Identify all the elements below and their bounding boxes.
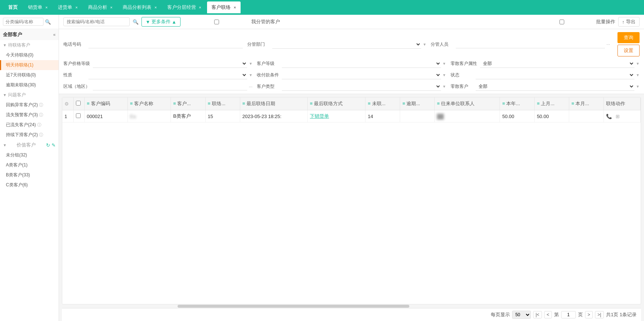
value-refresh-icon[interactable]: ↻ (46, 142, 50, 148)
query-btn[interactable]: 查询 (617, 32, 640, 43)
sidebar-search-input[interactable] (3, 18, 43, 26)
manager-input[interactable] (456, 41, 605, 48)
nav-goods-analysis-list[interactable]: 商品分析列表 × (118, 1, 161, 13)
col-settings[interactable]: ⚙ (62, 97, 73, 110)
sidebar-item-overdue[interactable]: 逾期未联络(30) (0, 80, 59, 90)
more-conditions-btn[interactable]: ▼ 更多条件 ▲ (141, 17, 181, 27)
sort-icon-name[interactable]: ≡ (130, 101, 133, 106)
per-page-label: 每页显示 (491, 311, 510, 318)
sort-icon-unit[interactable]: ≡ (437, 101, 440, 106)
reset-btn[interactable]: 设置 (617, 45, 640, 56)
export-btn[interactable]: ↑ 导出 (618, 17, 640, 27)
price-grade-select[interactable] (93, 59, 247, 68)
batch-action-check[interactable]: 批量操作 (529, 18, 615, 25)
nav-purchase-label: 进货单 (58, 4, 72, 11)
price-grade-icon: ▼ (249, 62, 252, 66)
group-value-customers: 价值客户 ↻ ✎ (0, 140, 59, 150)
filter-field-customer-type: 客户类型 ▼ (257, 82, 446, 91)
sort-icon-month[interactable]: ≡ (571, 101, 574, 106)
filter-row-4: 区域（地区） ··· 客户类型 ▼ 零散客户 全部 ▼ (63, 82, 640, 91)
sort-icon-method[interactable]: ≡ (310, 101, 313, 106)
nav-goods-analysis[interactable]: 商品分析 × (84, 1, 117, 13)
main-layout: 🔍 全部客户 « 待联络客户 今天待联络(0) 明天待联络(1) 近7天待联络(… (0, 15, 644, 321)
sidebar-item-lost[interactable]: 已流失客户(24) ⓘ (0, 120, 59, 130)
nav-sales[interactable]: 销货单 × (24, 1, 52, 13)
nature-select[interactable] (88, 71, 247, 79)
sidebar-item-declining[interactable]: 持续下滑客户(2) ⓘ (0, 130, 59, 140)
all-customers-header[interactable]: 全部客户 « (0, 29, 59, 40)
nav-goods-analysis-label: 商品分析 (88, 4, 107, 11)
my-customers-check[interactable]: 我分管的客户 (183, 18, 280, 25)
action-phone-icon[interactable]: 📞 (606, 114, 612, 119)
value-edit-icon[interactable]: ✎ (52, 142, 56, 148)
filter-bar: 🔍 ▼ 更多条件 ▲ 我分管的客户 批量操作 ↑ 导出 (59, 15, 644, 29)
batch-checkbox[interactable] (529, 20, 595, 24)
nav-home[interactable]: 首页 (4, 1, 22, 13)
my-customers-checkbox[interactable] (183, 20, 250, 24)
search-input[interactable] (63, 17, 130, 26)
horizontal-scrollbar[interactable] (62, 304, 641, 308)
sidebar-item-7days[interactable]: 近7天待联络(0) (0, 70, 59, 80)
page-input[interactable] (561, 311, 576, 318)
region-ellipsis[interactable]: ··· (249, 84, 252, 89)
sidebar-item-repurchase-anomaly[interactable]: 回购异常客户(2) ⓘ (0, 100, 59, 110)
sort-icon[interactable]: ≡ (87, 101, 90, 106)
table-footer: 每页显示 50 100 |< < 第 页 > >| 共1页 1条记录 (62, 308, 641, 321)
sort-icon-date[interactable]: ≡ (242, 101, 245, 106)
manager-ellipsis[interactable]: ··· (606, 42, 610, 47)
last-page-btn[interactable]: >| (595, 311, 604, 318)
sort-icon-type[interactable]: ≡ (173, 101, 176, 106)
per-page-select[interactable]: 50 100 (512, 311, 531, 319)
last-method-link[interactable]: 下销货单 (310, 113, 329, 119)
sidebar-item-today[interactable]: 今天待联络(0) (0, 50, 59, 60)
cell-last-method[interactable]: 下销货单 (308, 110, 365, 122)
status-select[interactable] (476, 71, 634, 79)
price-grade-label: 客户价格等级 (63, 61, 90, 67)
scrollbar-thumb[interactable] (178, 305, 409, 308)
cell-check[interactable] (73, 110, 84, 122)
col-contact-count: ≡ 联络... (205, 97, 240, 110)
row-checkbox[interactable] (76, 113, 81, 118)
scatter-attr-select[interactable]: 全部 (480, 59, 634, 68)
sort-icon-overdue[interactable]: ≡ (402, 101, 405, 106)
nav-customer-tier-close[interactable]: × (199, 5, 201, 10)
customer-type-select[interactable] (282, 82, 441, 91)
settings-icon[interactable]: ⚙ (64, 101, 69, 107)
nav-customer-contact[interactable]: 客户联络 × (207, 1, 240, 13)
sort-icon-year[interactable]: ≡ (502, 101, 505, 106)
customer-name-text[interactable]: Ea (130, 114, 136, 119)
nav-goods-analysis-list-close[interactable]: × (154, 5, 157, 10)
action-more-icon[interactable]: ⊞ (616, 114, 620, 119)
grade-select[interactable] (282, 59, 441, 68)
sidebar-item-ungrouped[interactable]: 未分组(32) (0, 150, 59, 160)
sidebar-item-tomorrow[interactable]: 明天待联络(1) (0, 60, 59, 70)
scatter-select[interactable]: 全部 (476, 82, 634, 91)
sidebar-item-class-b[interactable]: B类客户(33) (0, 170, 59, 180)
phone-input[interactable] (88, 41, 243, 48)
nav-customer-contact-close[interactable]: × (234, 5, 236, 10)
nav-purchase-close[interactable]: × (75, 5, 77, 10)
dept-select[interactable] (272, 40, 421, 49)
sidebar-item-class-a[interactable]: A类客户(1) (0, 160, 59, 170)
search-icon[interactable]: 🔍 (133, 19, 139, 25)
nav-customer-tier[interactable]: 客户分层经营 × (163, 1, 206, 13)
sidebar-item-lost-warning[interactable]: 流失预警客户(3) ⓘ (0, 110, 59, 120)
sort-icon-un[interactable]: ≡ (368, 101, 371, 106)
sidebar-search-icon[interactable]: 🔍 (45, 19, 51, 25)
sidebar-item-class-c[interactable]: C类客户(6) (0, 180, 59, 190)
nav-sales-close[interactable]: × (45, 5, 48, 10)
region-input[interactable] (93, 83, 247, 90)
select-all-checkbox[interactable] (76, 101, 81, 106)
nav-goods-analysis-close[interactable]: × (110, 5, 112, 10)
prev-page-btn[interactable]: < (544, 311, 552, 318)
next-page-btn[interactable]: > (585, 311, 593, 318)
first-page-btn[interactable]: |< (533, 311, 542, 318)
nav-purchase[interactable]: 进货单 × (53, 1, 82, 13)
col-check[interactable] (73, 97, 84, 110)
sidebar: 🔍 全部客户 « 待联络客户 今天待联络(0) 明天待联络(1) 近7天待联络(… (0, 15, 59, 321)
cell-type: B类客户 (171, 110, 205, 122)
sort-icon-contact[interactable]: ≡ (208, 101, 211, 106)
payment-select[interactable] (282, 71, 441, 79)
table-header-row: ⚙ ≡ 客户编码 ≡ 客户名称 ≡ 客户... ≡ 联络... ≡ 最后联络日期… (62, 97, 641, 110)
sort-icon-lmonth[interactable]: ≡ (537, 101, 540, 106)
